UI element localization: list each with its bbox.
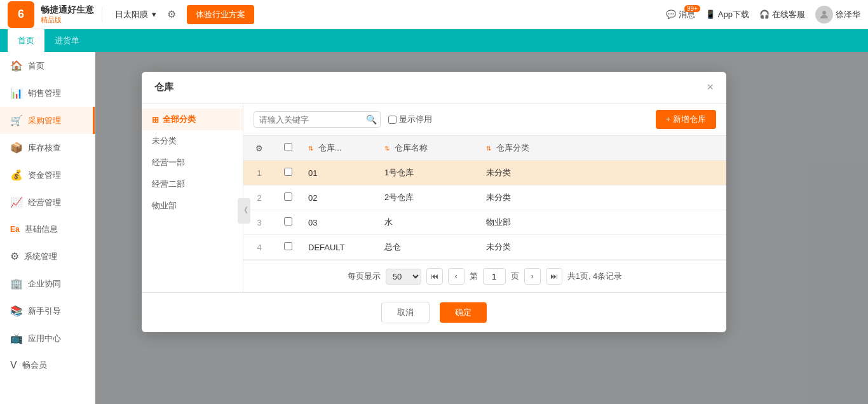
table-col-gear: ⚙ — [243, 136, 275, 161]
row-checkbox[interactable] — [284, 192, 292, 201]
row-category: 物业部 — [478, 210, 726, 235]
category-item-dept2[interactable]: 经营二部 — [142, 173, 243, 195]
top-header: 6 畅捷通好生意 精品版 日太阳膜 ▾ ⚙ 体验行业方案 💬 消息 99+ 📱 … — [0, 0, 868, 29]
user-item[interactable]: 徐泽华 — [815, 6, 860, 24]
row-code: DEFAULT — [301, 235, 377, 260]
confirm-button[interactable]: 确定 — [440, 302, 487, 323]
category-item-unclassified[interactable]: 未分类 — [142, 130, 243, 152]
modal-content-right: 🔍 显示停用 + 新增仓库 — [243, 104, 726, 292]
row-checkbox-cell — [275, 235, 301, 260]
sidebar-item-finance[interactable]: 💰 资金管理 — [0, 161, 95, 189]
system-icon: ⚙ — [10, 250, 19, 262]
row-code: 01 — [301, 161, 377, 185]
page-number-input[interactable] — [483, 268, 506, 285]
home-icon: 🏠 — [10, 60, 23, 72]
table-row[interactable]: 3 03 水 物业部 — [243, 210, 726, 235]
notifications-item[interactable]: 💬 消息 99+ — [666, 9, 695, 20]
sidebar-item-basic-info[interactable]: Ea 基础信息 — [0, 216, 95, 243]
purchase-icon: 🛒 — [10, 114, 23, 126]
cancel-button[interactable]: 取消 — [381, 302, 430, 323]
row-category: 未分类 — [478, 235, 726, 260]
row-checkbox[interactable] — [284, 168, 292, 176]
online-service-item[interactable]: 🎧 在线客服 — [759, 9, 805, 20]
row-category: 未分类 — [478, 161, 726, 185]
modal-footer: 取消 确定 — [142, 292, 726, 332]
table-col-category: ⇅ 仓库分类 — [478, 136, 726, 161]
store-name: 日太阳膜 — [115, 9, 148, 20]
first-page-button[interactable]: ⏮ — [426, 268, 443, 285]
row-checkbox-cell — [275, 161, 301, 185]
per-page-select[interactable]: 50 20 100 — [386, 269, 421, 285]
finance-icon: 💰 — [10, 169, 23, 181]
settings-icon[interactable]: ⚙ — [161, 4, 182, 25]
row-checkbox[interactable] — [284, 242, 292, 250]
row-checkbox[interactable] — [284, 217, 292, 226]
row-index: 4 — [243, 235, 275, 260]
table-col-check — [275, 136, 301, 161]
category-item-property[interactable]: 物业部 — [142, 195, 243, 217]
app-download-item[interactable]: 📱 App下载 — [705, 9, 749, 20]
divider — [102, 7, 102, 22]
pagination: 每页显示 50 20 100 ⏮ ‹ 第 页 › — [243, 260, 726, 292]
inventory-icon: 📦 — [10, 142, 23, 154]
headset-icon: 🎧 — [759, 10, 770, 19]
brand-name: 畅捷通好生意 — [41, 4, 94, 15]
modal-header: 仓库 × — [142, 72, 726, 104]
next-page-button[interactable]: › — [524, 268, 541, 285]
sidebar-item-home[interactable]: 🏠 首页 — [0, 52, 95, 79]
sidebar-item-vip[interactable]: V 畅会员 — [0, 352, 95, 379]
table-row[interactable]: 4 DEFAULT 总仓 未分类 — [243, 235, 726, 260]
show-disabled-checkbox[interactable] — [388, 116, 397, 124]
row-name: 总仓 — [377, 235, 478, 260]
sidebar-item-app-center[interactable]: 📺 应用中心 — [0, 325, 95, 352]
app-center-icon: 📺 — [10, 332, 23, 344]
category-collapse-button[interactable]: 《 — [238, 198, 250, 224]
show-disabled-label: 显示停用 — [388, 114, 432, 125]
table-col-name: ⇅ 仓库名称 — [377, 136, 478, 161]
sales-icon: 📊 — [10, 87, 23, 99]
content-area: 仓库 × ⊞ 全部分类 未分类 经营一 — [95, 52, 868, 404]
sidebar-item-business[interactable]: 📈 经营管理 — [0, 189, 95, 216]
row-checkbox-cell — [275, 210, 301, 235]
trial-button[interactable]: 体验行业方案 — [187, 5, 254, 24]
tab-purchase-order[interactable]: 进货单 — [44, 29, 90, 52]
prev-page-button[interactable]: ‹ — [448, 268, 465, 285]
tab-home[interactable]: 首页 — [8, 29, 44, 52]
category-sidebar: ⊞ 全部分类 未分类 经营一部 经营二部 物业部 — [142, 104, 243, 292]
brand-sub: 精品版 — [41, 15, 94, 24]
modal-close-button[interactable]: × — [707, 81, 714, 94]
select-all-checkbox[interactable] — [284, 143, 292, 151]
row-code: 03 — [301, 210, 377, 235]
sidebar-item-purchase[interactable]: 🛒 采购管理 — [0, 107, 95, 134]
store-selector[interactable]: 日太阳膜 ▾ — [110, 6, 161, 23]
table-row[interactable]: 2 02 2号仓库 未分类 — [243, 185, 726, 210]
modal-title: 仓库 — [154, 81, 173, 93]
message-icon: 💬 — [666, 10, 676, 19]
last-page-button[interactable]: ⏭ — [546, 268, 562, 285]
sidebar-item-inventory[interactable]: 📦 库存核查 — [0, 134, 95, 161]
sort-icon-code: ⇅ — [308, 145, 313, 152]
row-category: 未分类 — [478, 185, 726, 210]
business-icon: 📈 — [10, 196, 23, 208]
svg-point-0 — [822, 11, 826, 15]
add-warehouse-button[interactable]: + 新增仓库 — [656, 110, 716, 129]
page-suffix: 页 — [511, 271, 519, 282]
modal-body: ⊞ 全部分类 未分类 经营一部 经营二部 物业部 — [142, 104, 726, 292]
sidebar-item-guide[interactable]: 📚 新手引导 — [0, 297, 95, 325]
search-input[interactable] — [259, 115, 366, 125]
grid-icon: ⊞ — [152, 115, 159, 125]
nav-tabs: 首页 进货单 — [0, 29, 868, 52]
total-label: 共1页, 4条记录 — [567, 271, 623, 282]
category-all[interactable]: ⊞ 全部分类 — [142, 109, 243, 130]
warehouse-modal: 仓库 × ⊞ 全部分类 未分类 经营一 — [142, 72, 726, 332]
per-page-label: 每页显示 — [348, 271, 381, 282]
sidebar-item-enterprise[interactable]: 🏢 企业协同 — [0, 270, 95, 297]
main-layout: 🏠 首页 📊 销售管理 🛒 采购管理 📦 库存核查 💰 资金管理 📈 经营管理 … — [0, 52, 868, 404]
sidebar-item-sales[interactable]: 📊 销售管理 — [0, 79, 95, 107]
basic-info-icon: Ea — [10, 225, 20, 234]
search-box: 🔍 — [254, 111, 381, 128]
category-item-dept1[interactable]: 经营一部 — [142, 152, 243, 173]
sidebar-item-system[interactable]: ⚙ 系统管理 — [0, 243, 95, 270]
table-row[interactable]: 1 01 1号仓库 未分类 — [243, 161, 726, 185]
row-name: 1号仓库 — [377, 161, 478, 185]
